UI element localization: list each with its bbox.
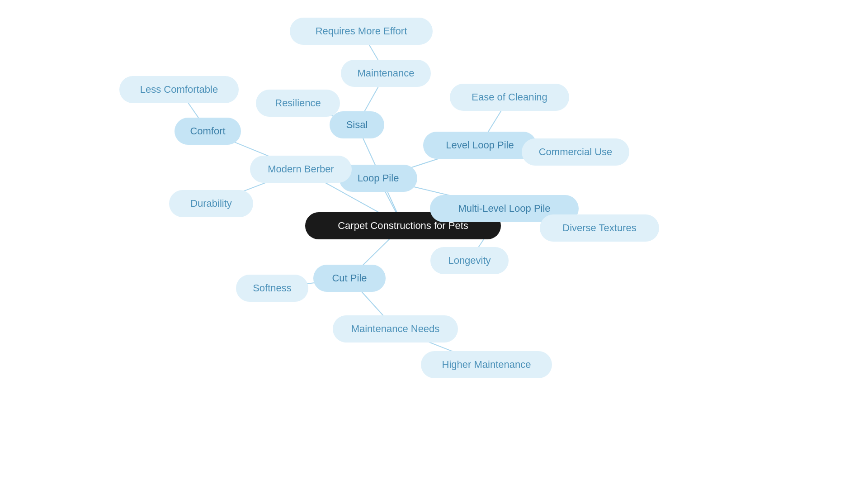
node-softness[interactable]: Softness	[236, 275, 308, 302]
node-sisal[interactable]: Sisal	[330, 111, 384, 138]
node-ease_of_cleaning[interactable]: Ease of Cleaning	[450, 84, 569, 111]
node-commercial_use[interactable]: Commercial Use	[522, 138, 629, 166]
node-higher_maintenance[interactable]: Higher Maintenance	[421, 351, 552, 378]
node-comfort[interactable]: Comfort	[175, 118, 241, 145]
node-cut_pile[interactable]: Cut Pile	[313, 265, 386, 292]
node-longevity[interactable]: Longevity	[430, 247, 509, 274]
node-resilience[interactable]: Resilience	[256, 90, 340, 117]
mind-map-svg	[0, 0, 868, 490]
node-less_comfortable[interactable]: Less Comfortable	[119, 76, 239, 103]
node-requires_more_effort[interactable]: Requires More Effort	[290, 18, 433, 45]
node-maintenance[interactable]: Maintenance	[341, 60, 431, 87]
node-level_loop_pile[interactable]: Level Loop Pile	[423, 132, 537, 159]
node-maintenance_needs[interactable]: Maintenance Needs	[333, 315, 458, 343]
node-modern_berber[interactable]: Modern Berber	[250, 156, 352, 183]
node-diverse_textures[interactable]: Diverse Textures	[540, 214, 659, 242]
node-durability[interactable]: Durability	[169, 190, 253, 217]
